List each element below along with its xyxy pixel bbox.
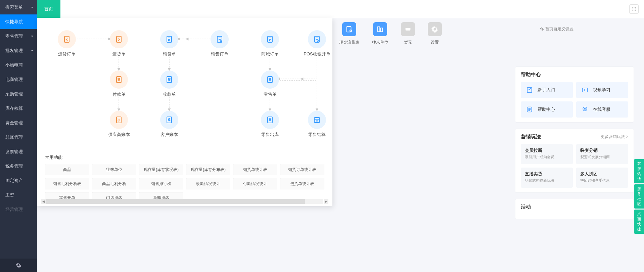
flow-node-retail-out[interactable]: 零售出库: [253, 111, 287, 138]
caret-down-icon: ▾: [31, 34, 33, 38]
help-item-label: 在线客服: [593, 106, 610, 112]
scroll-right-arrow[interactable]: ▶: [324, 199, 328, 204]
common-function-button[interactable]: 进货单统计表: [280, 178, 324, 189]
sidebar-item-purchase[interactable]: 采购管理: [0, 87, 37, 101]
flow-node-label: 销售订单: [211, 51, 228, 57]
flow-node-purchase[interactable]: 进货单: [102, 30, 136, 57]
shortcut-settings[interactable]: 设置: [428, 22, 442, 45]
svg-text:¥: ¥: [168, 78, 170, 82]
common-function-button[interactable]: 销货单统计表: [233, 164, 277, 175]
sidebar-item-invoice[interactable]: 发票管理: [0, 144, 37, 159]
shortcut-label: 往来单位: [372, 40, 388, 45]
marketing-more-link[interactable]: 更多营销玩法 >: [601, 134, 628, 140]
flow-node-icon: [211, 30, 229, 48]
scroll-left-arrow[interactable]: ◀: [41, 199, 46, 204]
help-item[interactable]: 在线客服: [576, 101, 628, 118]
flow-node-purchase-order[interactable]: 进货订单: [50, 30, 84, 57]
sidebar-item-label: 搜索菜单: [5, 4, 23, 10]
sidebar-item-ecom[interactable]: 电商管理: [0, 72, 37, 87]
help-item-icon: [525, 86, 534, 94]
flow-node-supplier-ledger[interactable]: 供供应商账本: [102, 111, 136, 138]
sidebar-item-xc-ecom[interactable]: 小畅电商: [0, 58, 37, 72]
activity-title: 活动: [521, 204, 531, 210]
marketing-card[interactable]: 裂变分销裂变式发展分销商: [576, 144, 628, 164]
common-function-button[interactable]: 销售排行榜: [139, 178, 183, 189]
sidebar-item-fund[interactable]: 资金管理: [0, 116, 37, 130]
flow-node-label: 收款单: [163, 91, 176, 97]
shortcut-none[interactable]: 暂无: [401, 22, 415, 45]
flow-node-icon: [160, 111, 178, 129]
tab-home[interactable]: 首页: [37, 0, 60, 18]
panel-title: 营销玩法 更多营销玩法 >: [521, 134, 628, 140]
cashflow-icon: [342, 22, 356, 36]
flow-node-pos[interactable]: POS收银开单: [300, 30, 332, 57]
common-function-button[interactable]: 往来单位: [92, 164, 136, 175]
scroll-thumb[interactable]: [46, 199, 305, 204]
sidebar-item-biz[interactable]: 经营管理: [0, 202, 37, 217]
sidebar-item-label: 总账管理: [5, 134, 23, 140]
shortcut-units[interactable]: 往来单位: [372, 22, 388, 45]
shortcut-cashflow[interactable]: 现金流量表: [339, 22, 359, 45]
common-function-button[interactable]: 付款情况统计: [233, 178, 277, 189]
help-item-icon: [581, 86, 589, 94]
marketing-card[interactable]: 会员拉新吸引用户成为会员: [521, 144, 573, 164]
flow-node-label: 零售单: [264, 91, 277, 97]
caret-down-icon: ▾: [31, 49, 33, 52]
flow-node-retail[interactable]: ¥零售单: [253, 71, 287, 97]
sidebar-item-retail[interactable]: 零售管理 ▾: [0, 29, 37, 43]
sidebar-item-tax[interactable]: 税务管理: [0, 159, 37, 173]
flow-diagram: 进货订单进货单销货单销售订单商城订单POS收银开单¥付款单¥收款单¥零售单供供应…: [45, 27, 324, 154]
floating-tab[interactable]: 服务社区: [634, 184, 644, 209]
marketing-card-title: 直播卖货: [525, 171, 569, 177]
fullscreen-button[interactable]: [629, 4, 639, 14]
marketing-card[interactable]: 多人拼团拼团购物享受优惠: [576, 168, 628, 188]
shortcuts-row: 现金流量表往来单位暂无设置: [339, 22, 637, 45]
scroll-track[interactable]: [46, 199, 323, 204]
help-item[interactable]: 新手入门: [521, 82, 573, 98]
common-function-button[interactable]: 销售毛利分析表: [45, 178, 89, 189]
svg-point-24: [220, 41, 222, 42]
sidebar-item-label: 零售管理: [5, 33, 23, 39]
help-item-icon: [581, 105, 589, 114]
caret-down-icon: ▾: [31, 5, 33, 9]
sidebar-item-label: 库存核算: [5, 105, 23, 111]
panel-title: 活动: [521, 204, 628, 210]
common-function-button[interactable]: 商品毛利分析: [92, 178, 136, 189]
sidebar-item-inventory[interactable]: 库存核算: [0, 101, 37, 116]
sidebar-item-assets[interactable]: 固定资产: [0, 173, 37, 188]
sidebar-item-wholesale[interactable]: 批发管理 ▾: [0, 43, 37, 58]
flow-node-payment[interactable]: ¥付款单: [102, 71, 136, 97]
floating-tab[interactable]: 桌面快捷: [634, 210, 644, 234]
tab-label: 首页: [44, 6, 53, 12]
marketing-card[interactable]: 直播卖货场景式购物新玩法: [521, 168, 573, 188]
common-function-button[interactable]: 现存量(库存分布表): [186, 164, 230, 175]
help-item-label: 新手入门: [538, 87, 555, 93]
flow-node-label: 商城订单: [261, 51, 279, 57]
svg-point-39: [269, 119, 271, 120]
flow-node-label: 供应商账本: [108, 132, 130, 138]
flyout-horizontal-scrollbar[interactable]: ◀ ▶: [41, 199, 328, 204]
flow-node-icon: [160, 30, 178, 48]
sidebar-item-ledger[interactable]: 总账管理: [0, 130, 37, 144]
flow-node-sales[interactable]: 销货单: [152, 30, 186, 57]
sidebar-settings[interactable]: [0, 259, 37, 272]
flow-node-mall-order[interactable]: 商城订单: [253, 30, 287, 57]
help-item[interactable]: 视频学习: [576, 82, 628, 98]
sidebar-item-quicknav[interactable]: 快捷导航: [0, 14, 37, 29]
flow-node-sales-order[interactable]: 销售订单: [203, 30, 236, 57]
flow-node-retail-settle[interactable]: ¥零售结算: [300, 111, 332, 138]
flow-node-customer-ledger[interactable]: 客户账本: [152, 111, 186, 138]
sidebar-item-salary[interactable]: 工资: [0, 188, 37, 202]
fullscreen-icon: [632, 7, 636, 11]
sidebar-item-search[interactable]: 搜索菜单 ▾: [0, 0, 37, 14]
flow-node-label: 客户账本: [160, 132, 178, 138]
help-item-icon: [525, 105, 534, 114]
flow-node-receipt[interactable]: ¥收款单: [152, 71, 186, 97]
common-function-button[interactable]: 现存量(库存状况表): [139, 164, 183, 175]
common-function-button[interactable]: 销货订单统计表: [280, 164, 324, 175]
common-function-button[interactable]: 商品: [45, 164, 89, 175]
common-function-button[interactable]: 收款情况统计: [186, 178, 230, 189]
help-item[interactable]: 帮助中心: [521, 101, 573, 118]
floating-tab[interactable]: 客服热线: [634, 159, 644, 183]
panel-marketing: 营销玩法 更多营销玩法 > 会员拉新吸引用户成为会员裂变分销裂变式发展分销商直播…: [515, 129, 634, 193]
